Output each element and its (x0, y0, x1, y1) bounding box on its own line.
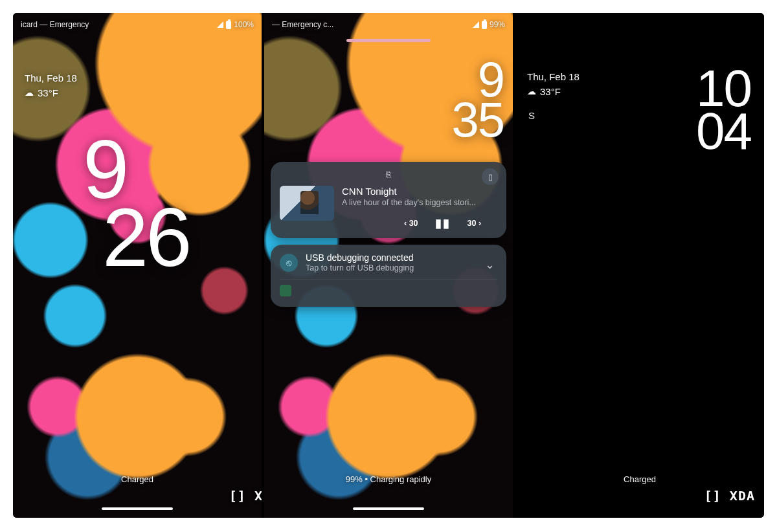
cloud-icon: ☁ (25, 86, 34, 100)
date-weather: Thu, Feb 18 ☁ 33°F (527, 70, 580, 99)
usb-notif-title: USB debugging connected (306, 252, 414, 263)
pause-button[interactable]: ▮▮ (435, 216, 451, 230)
xda-watermark: [] XDA (704, 488, 755, 504)
lockscreen-1: icard — Emergency 100% Thu, Feb 18 ☁ 33°… (13, 13, 262, 518)
cast-icon[interactable]: ⎘ (386, 170, 391, 179)
signal-icon (217, 21, 223, 28)
media-notification[interactable]: ⎘ ▯ CNN Tonight A live hour of the day's… (271, 162, 506, 238)
media-subtitle: A live hour of the day's biggest stori..… (342, 198, 481, 207)
charging-status: Charged (515, 474, 764, 484)
date-label: Thu, Feb 18 (527, 70, 580, 85)
carrier-label: icard — Emergency (21, 20, 89, 29)
battery-icon (226, 21, 231, 29)
media-controls: ‹ 30 ▮▮ 30 › (404, 216, 481, 230)
date-weather[interactable]: Thu, Feb 18 ☁ 33°F (25, 71, 77, 100)
battery-icon (482, 21, 487, 29)
screenshot-row: icard — Emergency 100% Thu, Feb 18 ☁ 33°… (13, 13, 764, 518)
collapsed-notification[interactable] (280, 279, 497, 299)
date-label: Thu, Feb 18 (25, 71, 77, 86)
output-device-icon[interactable]: ▯ (482, 168, 499, 185)
messages-icon (280, 285, 291, 296)
aod-indicator: S (528, 110, 535, 121)
aod-screen: Thu, Feb 18 ☁ 33°F S 10 04 Charged [] XD… (515, 13, 764, 518)
notification-handle[interactable] (346, 39, 431, 42)
notification-stack: ⎘ ▯ CNN Tonight A live hour of the day's… (271, 162, 506, 307)
nav-pill[interactable] (353, 507, 424, 510)
rewind-button[interactable]: ‹ 30 (404, 219, 418, 228)
clock: 9 35 (451, 60, 504, 140)
battery-percent: 99% (490, 20, 505, 29)
temperature-label: 33°F (540, 85, 561, 100)
lockscreen-2: — Emergency c... 99% 9 35 ⎘ ▯ CNN (264, 13, 513, 518)
usb-notification[interactable]: ⎋ USB debugging connected Tap to turn of… (271, 245, 506, 307)
status-icons: 99% (473, 20, 505, 29)
xda-watermark: [] X (229, 488, 262, 504)
clock-minute: 04 (696, 110, 751, 153)
carrier-label: — Emergency c... (272, 20, 333, 29)
battery-percent: 100% (234, 20, 254, 29)
status-bar: icard — Emergency 100% (13, 17, 262, 32)
usb-notif-subtitle: Tap to turn off USB debugging (306, 263, 414, 272)
temperature-label: 33°F (38, 86, 58, 101)
media-thumbnail (280, 186, 334, 221)
clock-minute: 35 (451, 100, 504, 140)
cloud-icon: ☁ (527, 85, 536, 98)
signal-icon (473, 21, 479, 28)
charging-status: Charged (13, 474, 262, 484)
status-icons: 100% (217, 20, 254, 29)
clock: 10 04 (696, 67, 751, 152)
charging-status: 99% • Charging rapidly (264, 474, 513, 484)
status-bar: — Emergency c... 99% (264, 17, 513, 32)
usb-icon: ⎋ (280, 254, 298, 272)
expand-icon[interactable]: ⌄ (485, 258, 495, 272)
clock-minute: 26 (102, 204, 189, 272)
media-title: CNN Tonight (342, 186, 481, 197)
forward-button[interactable]: 30 › (467, 219, 482, 228)
nav-pill[interactable] (102, 507, 173, 510)
clock: 9 26 (83, 136, 189, 272)
